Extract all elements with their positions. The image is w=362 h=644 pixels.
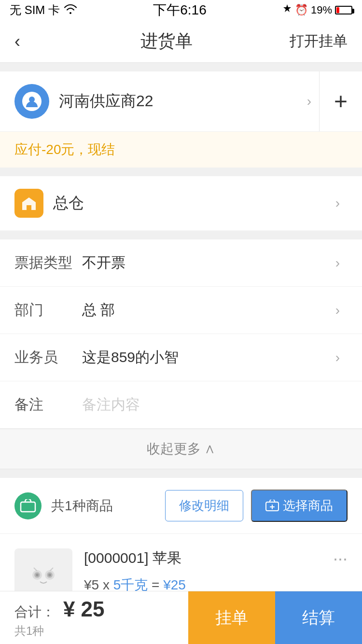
- svg-rect-2: [21, 502, 35, 512]
- status-left: 无 SIM 卡: [10, 2, 77, 18]
- total-amount: ¥ 25: [63, 597, 105, 621]
- department-row[interactable]: 部门 总 部 ›: [0, 287, 362, 334]
- nav-bar: ‹ 进货单 打开挂单: [0, 20, 362, 63]
- supplier-row[interactable]: 河南供应商22 ›: [14, 71, 320, 131]
- invoice-type-value: 不开票: [82, 253, 328, 273]
- status-time: 下午6:16: [153, 1, 207, 19]
- products-icon: [14, 492, 42, 519]
- footer-total: 合计： ¥ 25 共1种: [0, 597, 188, 639]
- collapse-button[interactable]: 收起更多 ∧: [0, 429, 362, 469]
- product-name: [0000001] 苹果: [84, 548, 325, 568]
- page-title: 进货单: [140, 29, 193, 53]
- location-icon: [282, 3, 292, 17]
- supplier-name: 河南供应商22: [59, 91, 299, 112]
- invoice-type-label: 票据类型: [14, 253, 82, 273]
- warehouse-section[interactable]: 总仓 ›: [0, 176, 362, 231]
- battery-icon: [335, 6, 352, 14]
- alarm-icon: ⏰: [295, 4, 308, 16]
- product-title: 苹果: [153, 550, 181, 566]
- department-chevron-icon: ›: [328, 303, 348, 318]
- remark-label: 备注: [14, 395, 82, 415]
- divider-1: [0, 63, 362, 71]
- carrier-text: 无 SIM 卡: [10, 2, 60, 18]
- total-price: ¥25: [163, 577, 186, 592]
- warehouse-name: 总仓: [53, 193, 328, 214]
- svg-point-10: [36, 574, 39, 576]
- form-section: 票据类型 不开票 › 部门 总 部 › 业务员 这是859的小智 › 备注 备注…: [0, 239, 362, 429]
- sales-person-row[interactable]: 业务员 这是859的小智 ›: [0, 334, 362, 381]
- supplier-chevron-icon: ›: [299, 94, 319, 109]
- hold-order-button[interactable]: 挂单: [188, 591, 275, 644]
- battery-percent: 19%: [311, 4, 332, 16]
- department-label: 部门: [14, 300, 82, 320]
- invoice-chevron-icon: ›: [328, 255, 348, 271]
- sales-person-chevron-icon: ›: [328, 350, 348, 365]
- edit-detail-button[interactable]: 修改明细: [165, 490, 243, 521]
- divider-2: [0, 168, 362, 176]
- svg-rect-1: [27, 205, 31, 210]
- supplier-avatar: [14, 84, 49, 119]
- divider-3: [0, 231, 362, 239]
- select-product-button[interactable]: 选择商品: [251, 490, 348, 522]
- item-count: 共1种: [14, 623, 174, 639]
- quantity: 5千克: [113, 577, 148, 592]
- select-product-label: 选择商品: [283, 497, 333, 514]
- product-info: [0000001] 苹果 ¥5 x 5千克 = ¥25: [84, 548, 325, 594]
- unit-price: ¥5 x: [84, 577, 113, 592]
- department-value: 总 部: [82, 300, 328, 320]
- avatar-inner: [22, 92, 42, 111]
- back-button[interactable]: ‹: [14, 31, 43, 52]
- warehouse-icon: [14, 189, 43, 218]
- payment-notice: 应付-20元，现结: [0, 132, 362, 168]
- footer: 合计： ¥ 25 共1种 挂单 结算: [0, 591, 362, 644]
- wifi-icon: [64, 3, 77, 17]
- remark-row[interactable]: 备注 备注内容: [0, 381, 362, 429]
- sales-person-label: 业务员: [14, 348, 82, 367]
- svg-point-11: [48, 574, 51, 576]
- equals: =: [152, 577, 163, 592]
- invoice-type-row[interactable]: 票据类型 不开票 ›: [0, 239, 362, 287]
- add-supplier-button[interactable]: +: [320, 90, 348, 113]
- status-bar: 无 SIM 卡 下午6:16 ⏰ 19%: [0, 0, 362, 20]
- products-header: 共1种商品 修改明细 选择商品: [0, 478, 362, 534]
- product-more-button[interactable]: ···: [325, 548, 348, 569]
- warehouse-chevron-icon: ›: [328, 196, 348, 211]
- sales-person-value: 这是859的小智: [82, 348, 328, 367]
- products-count: 共1种商品: [51, 497, 165, 515]
- supplier-section: 河南供应商22 › +: [0, 71, 362, 132]
- settle-button[interactable]: 结算: [275, 591, 362, 644]
- open-hold-button[interactable]: 打开挂单: [290, 31, 348, 51]
- remark-input[interactable]: 备注内容: [82, 395, 348, 415]
- status-right: ⏰ 19%: [282, 3, 352, 17]
- product-code: [0000001]: [84, 550, 153, 566]
- total-label: 合计：: [14, 604, 55, 619]
